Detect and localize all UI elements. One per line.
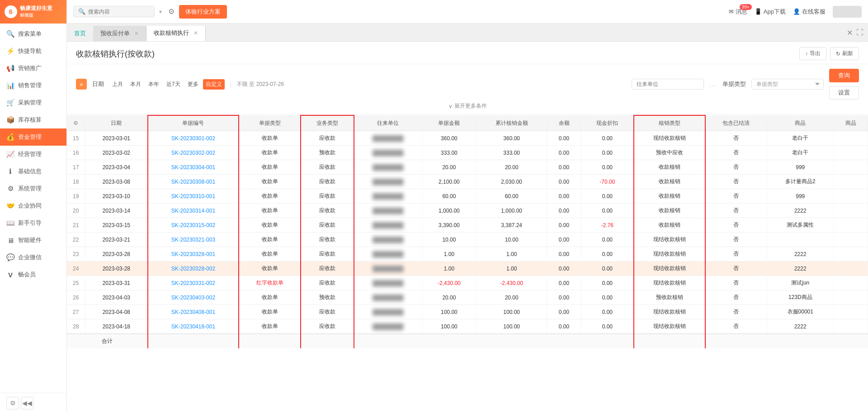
tab-close-all-btn[interactable]: ✕ bbox=[847, 28, 853, 37]
filter-last-month-btn[interactable]: 上月 bbox=[109, 79, 126, 90]
row-doc-type: 收款单 bbox=[239, 233, 301, 247]
sidebar-item-purchase[interactable]: 🛒 采购管理 bbox=[0, 94, 66, 111]
row-writeoff-type: 收款核销 bbox=[634, 175, 705, 189]
vip-icon: V bbox=[6, 271, 14, 279]
filter-7days-btn[interactable]: 近7天 bbox=[164, 79, 183, 90]
filter-expand-btn[interactable]: » bbox=[76, 79, 87, 90]
row-doc-type: 收款单 bbox=[239, 131, 301, 146]
sidebar-item-label: 系统管理 bbox=[18, 185, 42, 193]
row-discount: 0.00 bbox=[581, 261, 634, 276]
row-doc-type: 收款单 bbox=[239, 261, 301, 276]
topbar-user-avatar[interactable] bbox=[833, 6, 862, 18]
tab-writeoff[interactable]: 收款核销执行 ✕ bbox=[146, 26, 206, 41]
search-input[interactable] bbox=[88, 9, 142, 15]
filter-custom-btn[interactable]: 自定义 bbox=[203, 79, 225, 90]
collab-icon: 🤝 bbox=[6, 202, 14, 210]
quick-nav-icon: ⚡ bbox=[6, 47, 14, 55]
hardware-icon: 🖥 bbox=[6, 236, 14, 244]
tab-prepay[interactable]: 预收应付单 ✕ bbox=[93, 26, 146, 41]
row-doc-type: 收款单 bbox=[239, 204, 301, 218]
doc-no-link[interactable]: SK-20230328-002 bbox=[171, 266, 215, 272]
tab-home[interactable]: 首页 bbox=[67, 26, 93, 41]
row-product: 老白干 bbox=[767, 131, 834, 146]
topbar-app-btn[interactable]: 📱 App下载 bbox=[755, 8, 786, 16]
guide-icon: 📖 bbox=[6, 219, 14, 227]
row-included: 否 bbox=[705, 160, 767, 175]
sidebar-item-hardware[interactable]: 🖥 智能硬件 bbox=[0, 232, 66, 249]
doc-no-link[interactable]: SK-20230418-001 bbox=[171, 323, 215, 330]
doc-no-link[interactable]: SK-20230321-003 bbox=[171, 237, 215, 243]
expand-more-btn[interactable]: ∨ 展开更多条件 bbox=[448, 102, 487, 110]
row-balance: 0.00 bbox=[547, 233, 581, 247]
app-label: App下载 bbox=[764, 8, 786, 16]
export-btn[interactable]: ↑ 导出 bbox=[799, 47, 826, 60]
row-num: 15 bbox=[67, 131, 85, 146]
doc-no-link[interactable]: SK-20230408-001 bbox=[171, 309, 215, 315]
sidebar-item-wechat[interactable]: 💬 企业微信 bbox=[0, 249, 66, 266]
sidebar-item-search[interactable]: 🔍 搜索菜单 bbox=[0, 25, 66, 43]
search-icon: 🔍 bbox=[6, 30, 14, 38]
row-amount: 60.00 bbox=[422, 189, 476, 204]
row-balance: 0.00 bbox=[547, 319, 581, 334]
sidebar-item-system[interactable]: ⚙ 系统管理 bbox=[0, 180, 66, 197]
doc-no-link[interactable]: SK-20230308-001 bbox=[171, 179, 215, 185]
row-amount: 20.00 bbox=[422, 160, 476, 175]
query-btn[interactable]: 查询 bbox=[829, 69, 859, 82]
doc-no-link[interactable]: SK-20230328-001 bbox=[171, 251, 215, 257]
th-settings[interactable]: ⚙ bbox=[67, 115, 85, 131]
filter-this-month-btn[interactable]: 本月 bbox=[127, 79, 144, 90]
writeoff-tab-close-icon[interactable]: ✕ bbox=[193, 30, 198, 36]
doc-no-link[interactable]: SK-20230403-002 bbox=[171, 294, 215, 301]
doc-no-link[interactable]: SK-20230302-002 bbox=[171, 150, 215, 156]
row-partner: ████████ bbox=[354, 218, 422, 233]
topbar-message-btn[interactable]: ✉ 消息 99+ bbox=[729, 8, 747, 16]
topbar: 🔍 ▾ ⚙ 体验行业方案 ✉ 消息 99+ 📱 App下载 👤 在线客服 bbox=[67, 0, 868, 24]
export-icon: ↑ bbox=[805, 51, 808, 57]
filter-this-year-btn[interactable]: 本年 bbox=[146, 79, 162, 90]
topbar-chevron-icon[interactable]: ▾ bbox=[159, 9, 162, 15]
row-num: 26 bbox=[67, 290, 85, 305]
refresh-btn[interactable]: ↻ 刷新 bbox=[830, 47, 859, 60]
sidebar-item-collab[interactable]: 🤝 企业协同 bbox=[0, 197, 66, 214]
row-product2 bbox=[834, 305, 868, 319]
sidebar-item-vip[interactable]: V 畅会员 bbox=[0, 266, 66, 283]
row-writeoff-type: 收款核销 bbox=[634, 204, 705, 218]
row-writeoff-type: 预收款核销 bbox=[634, 290, 705, 305]
filter-settings-btn[interactable]: 设置 bbox=[829, 86, 859, 100]
industry-solution-btn[interactable]: 体验行业方案 bbox=[179, 5, 227, 19]
sidebar-item-marketing[interactable]: 📢 营销推广 bbox=[0, 60, 66, 77]
row-doc-no: SK-20230310-001 bbox=[148, 189, 239, 204]
doc-no-link[interactable]: SK-20230314-001 bbox=[171, 208, 215, 214]
doc-no-link[interactable]: SK-20230310-001 bbox=[171, 193, 215, 199]
prepay-tab-close-icon[interactable]: ✕ bbox=[134, 30, 139, 37]
topbar-search-box[interactable]: 🔍 bbox=[73, 6, 155, 17]
sidebar-item-guide[interactable]: 📖 新手引导 bbox=[0, 214, 66, 232]
sidebar-item-basics[interactable]: ℹ 基础信息 bbox=[0, 163, 66, 180]
doc-no-link[interactable]: SK-20230315-002 bbox=[171, 222, 215, 228]
tab-expand-btn[interactable]: ⛶ bbox=[856, 28, 863, 37]
sidebar-item-inventory[interactable]: 📦 库存核算 bbox=[0, 111, 66, 128]
topbar-service-btn[interactable]: 👤 在线客服 bbox=[793, 8, 826, 16]
row-writeoff: 360.00 bbox=[476, 131, 547, 146]
sidebar-item-operations[interactable]: 📈 经营管理 bbox=[0, 146, 66, 163]
sidebar-bottom: ⚙ ◀◀ bbox=[0, 393, 66, 413]
home-tab-label: 首页 bbox=[74, 29, 86, 38]
sidebar-item-sales[interactable]: 📊 销售管理 bbox=[0, 77, 66, 94]
row-date: 2023-03-04 bbox=[85, 160, 148, 175]
table-wrapper[interactable]: ⚙ 日期 单据编号 单据类型 业务类型 往来单位 单据金额 累计核销金额 余额 … bbox=[67, 115, 868, 413]
filter-more-btn[interactable]: 更多 bbox=[185, 79, 201, 90]
sidebar-item-finance[interactable]: 💰 资金管理 bbox=[0, 128, 66, 146]
sidebar-item-quicknav[interactable]: ⚡ 快捷导航 bbox=[0, 43, 66, 60]
sidebar-settings-btn[interactable]: ⚙ bbox=[6, 397, 19, 409]
doc-type-select[interactable]: 单据类型 bbox=[751, 79, 824, 90]
topbar-gear-icon[interactable]: ⚙ bbox=[168, 7, 175, 16]
doc-no-link[interactable]: SK-20230301-002 bbox=[171, 135, 215, 142]
sidebar-item-label: 经营管理 bbox=[18, 150, 42, 158]
doc-no-link[interactable]: SK-20230304-001 bbox=[171, 164, 215, 171]
row-num: 17 bbox=[67, 160, 85, 175]
sidebar-collapse-btn[interactable]: ◀◀ bbox=[21, 397, 33, 409]
row-included: 否 bbox=[705, 290, 767, 305]
row-biz-type: 预收款 bbox=[301, 290, 354, 305]
doc-no-link[interactable]: SK-20230331-002 bbox=[171, 280, 215, 286]
partner-input[interactable] bbox=[632, 79, 704, 90]
